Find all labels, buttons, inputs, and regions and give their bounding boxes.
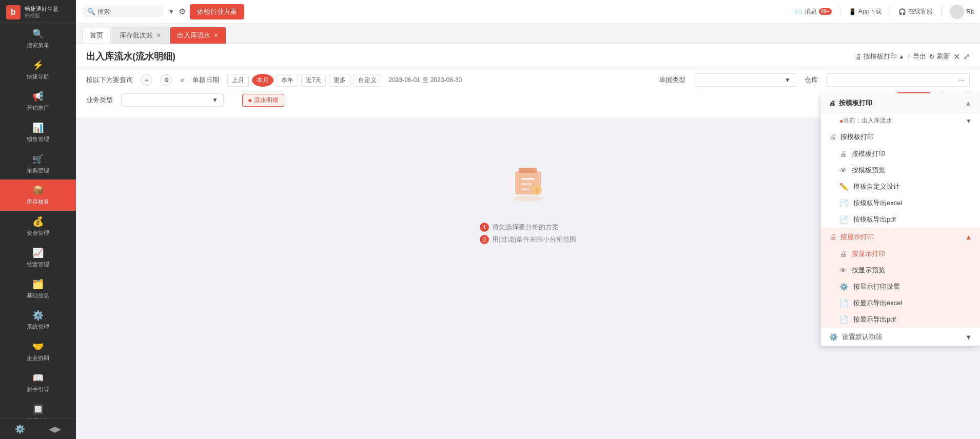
search-input[interactable] — [97, 8, 149, 15]
topbar-online-service[interactable]: 🎧 在线客服 — [898, 7, 933, 16]
warehouse-select[interactable]: ··· — [826, 73, 970, 87]
template-excel-icon: 📄 — [839, 199, 848, 207]
filter-collapse-btn[interactable]: « — [180, 76, 184, 84]
dropdown-display-excel-item[interactable]: 📄 按显示导出excel — [821, 295, 980, 311]
filter-add-btn[interactable]: + — [141, 74, 152, 86]
search-icon: 🔍 — [87, 8, 95, 15]
svg-rect-4 — [521, 183, 532, 185]
dropdown-section-template-header[interactable]: 🖨 按模板打印 — [821, 128, 980, 146]
page-close-btn[interactable]: ✕ — [953, 52, 960, 62]
sidebar-item-sales[interactable]: 📊 销售管理 — [0, 117, 76, 148]
sidebar-item-label: 新手引导 — [27, 386, 49, 393]
sidebar-settings-btn[interactable]: ⚙️ — [15, 424, 25, 434]
print-btn[interactable]: 🖨 按模板打印 ▲ — [855, 52, 905, 61]
sidebar-item-inventory[interactable]: 📦 库存核算 — [0, 179, 76, 211]
refresh-btn[interactable]: ↻ 刷新 — [929, 52, 950, 61]
sidebar-item-shortcut[interactable]: ⚡ 快捷导航 — [0, 54, 76, 86]
active-filter-tag[interactable]: ● 流水明细 — [242, 94, 284, 107]
sidebar-item-corp[interactable]: 🤝 企业协同 — [0, 336, 76, 367]
dropdown-template-preview-item[interactable]: 👁 按模板预览 — [821, 162, 980, 178]
dropdown-template-pdf-item[interactable]: 📄 按模板导出pdf — [821, 211, 980, 228]
app-center-icon: 🔲 — [32, 404, 44, 415]
print-chevron-up-icon: ▲ — [899, 53, 905, 59]
business-type-chevron-icon: ▼ — [212, 96, 218, 104]
sidebar-item-finance[interactable]: 💰 资金管理 — [0, 211, 76, 242]
dropdown-template-print-item[interactable]: 🖨 按模板打印 — [821, 146, 980, 162]
dropdown-display-pdf-item[interactable]: 📄 按显示导出pdf — [821, 311, 980, 328]
date-filter: 上月 本月 本年 近7天 更多 自定义 2023-06-01 至 2023-06… — [227, 74, 651, 87]
tab-inout-flow-close[interactable]: ✕ — [213, 32, 219, 39]
dropdown-section-template-title: 🖨 按模板打印 — [829, 132, 874, 142]
date-btn-7days[interactable]: 近7天 — [301, 74, 326, 87]
sidebar-item-basic[interactable]: 🗂️ 基础信息 — [0, 273, 76, 305]
dropdown-display-settings-item[interactable]: ⚙️ 按显示打印设置 — [821, 278, 980, 295]
logo-icon: b — [6, 5, 21, 19]
topbar-app-download[interactable]: 📱 App下载 — [849, 7, 881, 16]
topbar-search-box[interactable]: 🔍 — [82, 6, 164, 17]
dropdown-panel: 🖨 按模板打印 ▲ ● 当前：出入库流水 ▼ 🖨 — [821, 93, 980, 346]
tab-inout-flow[interactable]: 出入库流水 ✕ — [170, 27, 226, 44]
date-btn-custom[interactable]: 自定义 — [354, 74, 381, 87]
tab-home-label: 首页 — [90, 31, 103, 40]
dropdown-display-chevron-up-icon: ▲ — [965, 233, 972, 241]
date-btn-currentyear[interactable]: 本年 — [277, 74, 298, 87]
sidebar-item-marketing[interactable]: 📢 营销推广 — [0, 86, 76, 117]
dropdown-template-excel-item[interactable]: 📄 按模板导出excel — [821, 195, 980, 211]
set-default-btn[interactable]: ⚙️ 设置默认功能 ▼ — [821, 328, 980, 346]
dropdown-display-preview-item[interactable]: 👁 按显示预览 — [821, 262, 980, 278]
topbar-dropdown-btn[interactable]: ▼ — [168, 8, 174, 15]
topbar-gear-btn[interactable]: ⚙ — [179, 7, 186, 16]
refresh-icon: ↻ — [929, 53, 935, 61]
dropdown-template-custom-item[interactable]: ✏️ 模板自定义设计 — [821, 178, 980, 195]
dropdown-display-print-icon: 🖨 — [829, 233, 836, 241]
topbar-user[interactable]: Rit — [950, 5, 974, 19]
sidebar-item-purchase[interactable]: 🛒 采购管理 — [0, 148, 76, 179]
tab-batch-account[interactable]: 库存批次账 ✕ — [112, 27, 169, 44]
message-icon: ✉️ — [795, 8, 802, 15]
set-default-icon: ⚙️ — [829, 333, 838, 341]
date-btn-more[interactable]: 更多 — [329, 74, 350, 87]
empty-tip2: 2 用[过滤]条件来缩小分析范围 — [480, 235, 576, 244]
type-select[interactable]: ▼ — [694, 73, 796, 87]
date-btn-currentmonth[interactable]: 本月 — [252, 74, 273, 87]
warehouse-select-ellipsis: ··· — [959, 76, 964, 84]
display-pdf-icon: 📄 — [839, 315, 848, 324]
sidebar-item-app-center[interactable]: 🔲 应用中心 — [0, 398, 76, 418]
sidebar-item-system[interactable]: ⚙️ 系统管理 — [0, 305, 76, 336]
svg-rect-3 — [521, 178, 535, 180]
tab-inout-flow-label: 出入库流水 — [177, 31, 210, 40]
dropdown-section-display-header[interactable]: 🖨 按显示打印 ▲ — [821, 228, 980, 246]
sidebar-item-label: 营销推广 — [27, 104, 49, 112]
tip-text1: 请先选择要分析的方案 — [492, 223, 559, 232]
tip-num2: 2 — [480, 235, 489, 244]
dropdown-panel-close-icon[interactable]: ▲ — [965, 99, 972, 107]
marketing-icon: 📢 — [32, 91, 44, 102]
header-right-btns: 🖨 按模板打印 ▲ ↑ 导出 ↻ 刷新 ✕ ⤢ — [855, 52, 970, 62]
sidebar-item-search[interactable]: 🔍 搜索菜单 — [0, 23, 76, 54]
sales-icon: 📊 — [32, 122, 44, 133]
page-expand-btn[interactable]: ⤢ — [963, 52, 970, 62]
tab-home[interactable]: 首页 — [82, 27, 111, 44]
topbar-messages[interactable]: ✉️ 消息 99+ — [795, 7, 832, 16]
date-btn-lastmonth[interactable]: 上月 — [227, 74, 249, 87]
date-range: 2023-06-01 至 2023-06-30 — [388, 76, 462, 85]
sidebar-item-guide[interactable]: 📖 新手引导 — [0, 367, 76, 398]
sidebar-collapse-btn[interactable]: ◀▶ — [49, 424, 61, 434]
business-type-select[interactable]: ▼ — [121, 93, 224, 107]
dropdown-display-print-item[interactable]: 🖨 按显示打印 — [821, 246, 980, 262]
template-preview-icon: 👁 — [839, 166, 847, 174]
type-select-chevron-icon: ▼ — [785, 76, 791, 84]
filter-set-btn[interactable]: ⚙ — [161, 74, 172, 86]
trial-btn[interactable]: 体验行业方案 — [190, 4, 244, 19]
sidebar-item-operation[interactable]: 📈 经营管理 — [0, 242, 76, 273]
svg-text:?: ? — [535, 187, 539, 194]
sidebar-item-label: 系统管理 — [27, 323, 49, 331]
topbar-right: ✉️ 消息 99+ 📱 App下载 🎧 在线客服 Rit — [795, 5, 974, 19]
tab-batch-account-close[interactable]: ✕ — [156, 32, 161, 39]
search-icon: 🔍 — [32, 28, 44, 39]
topbar: 🔍 ▼ ⚙ 体验行业方案 ✉️ 消息 99+ 📱 App下载 — [76, 0, 980, 24]
dropdown-section-template: 🖨 按模板打印 🖨 按模板打印 👁 按模板预览 ✏️ — [821, 128, 980, 228]
export-btn[interactable]: ↑ 导出 — [908, 52, 927, 61]
tip-text2: 用[过滤]条件来缩小分析范围 — [492, 235, 576, 244]
dropdown-panel-title: 🖨 按模板打印 — [829, 98, 872, 108]
